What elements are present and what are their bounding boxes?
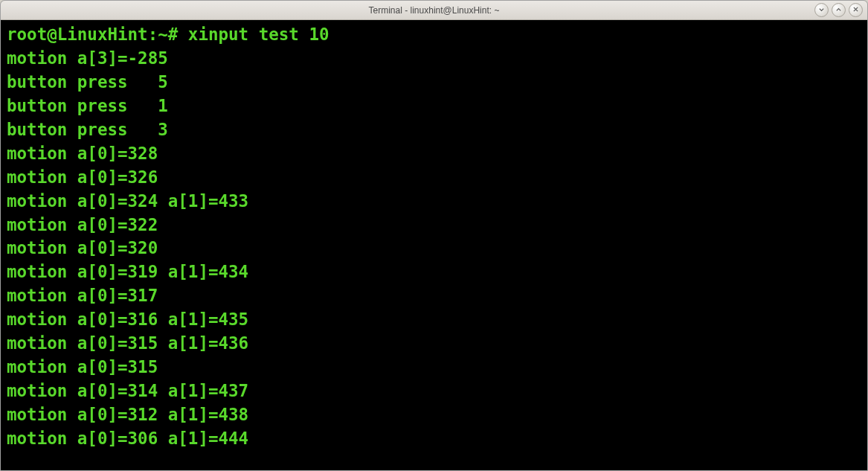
minimize-button[interactable] <box>814 3 829 17</box>
prompt-symbol: # <box>168 25 179 44</box>
output-line: motion a[3]=-285 <box>7 47 861 71</box>
output-line: motion a[0]=312 a[1]=438 <box>7 403 861 427</box>
output-line: motion a[0]=314 a[1]=437 <box>7 379 861 403</box>
output-line: motion a[0]=322 <box>7 214 861 237</box>
window-title: Terminal - linuxhint@LinuxHint: ~ <box>369 5 500 16</box>
output-line: motion a[0]=324 a[1]=433 <box>7 190 861 214</box>
output-line: motion a[0]=306 a[1]=444 <box>7 427 861 451</box>
output-line: button press 3 <box>7 118 861 142</box>
output-line: motion a[0]=315 a[1]=436 <box>7 332 861 356</box>
output-line: button press 5 <box>7 71 861 94</box>
minimize-icon <box>818 6 825 14</box>
maximize-button[interactable] <box>832 3 846 17</box>
output-lines: motion a[3]=-285button press 5button pre… <box>7 47 861 451</box>
output-line: motion a[0]=320 <box>7 237 861 260</box>
titlebar[interactable]: Terminal - linuxhint@LinuxHint: ~ <box>1 1 867 20</box>
output-line: motion a[0]=315 <box>7 356 861 379</box>
command-text: xinput test 10 <box>188 25 329 44</box>
close-button[interactable] <box>849 3 863 17</box>
output-line: motion a[0]=317 <box>7 284 861 308</box>
prompt-user-host: root@LinuxHint <box>7 25 148 44</box>
maximize-icon <box>835 6 842 14</box>
prompt-line: root@LinuxHint:~# xinput test 10 <box>7 23 861 47</box>
close-icon <box>852 6 859 14</box>
output-line: motion a[0]=328 <box>7 142 861 166</box>
prompt-path: ~ <box>158 25 168 44</box>
output-line: motion a[0]=319 a[1]=434 <box>7 260 861 284</box>
output-line: motion a[0]=316 a[1]=435 <box>7 308 861 332</box>
output-line: motion a[0]=326 <box>7 166 861 190</box>
terminal-window: Terminal - linuxhint@LinuxHint: ~ root@L… <box>0 0 868 471</box>
terminal-body[interactable]: root@LinuxHint:~# xinput test 10 motion … <box>1 20 867 470</box>
prompt-space <box>178 25 188 44</box>
output-line: button press 1 <box>7 94 861 118</box>
prompt-colon: : <box>148 25 158 44</box>
window-controls <box>814 3 863 17</box>
